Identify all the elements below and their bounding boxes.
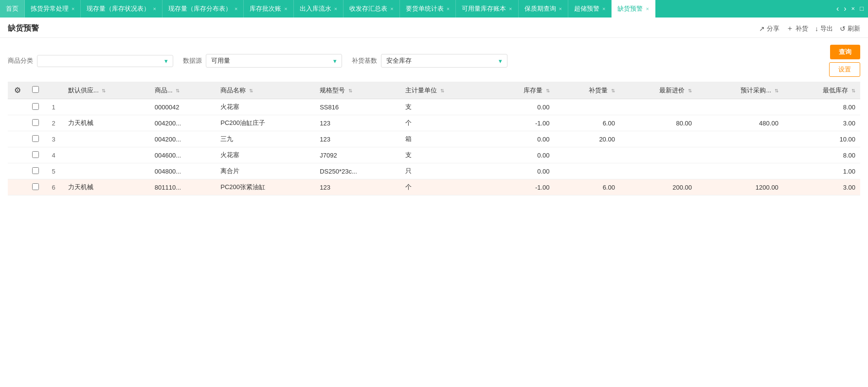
replenish-icon: ＋: [786, 24, 794, 33]
tab-close-9[interactable]: ×: [559, 6, 562, 12]
tab-label-1: 拣货异常处理: [31, 4, 69, 13]
row-unit-1: 个: [400, 115, 489, 131]
th-replenish-sort-icon: ⇅: [611, 88, 615, 93]
row-unit-5: 个: [400, 179, 489, 195]
category-select[interactable]: ▾: [37, 55, 173, 67]
row-min-stock-3: 8.00: [783, 147, 860, 163]
th-spec-label: 规格型号: [320, 87, 345, 94]
tab-item-1[interactable]: 拣货异常处理×: [25, 0, 81, 18]
replenish-dropdown-arrow: ▾: [499, 57, 502, 65]
row-latest-price-1: 80.00: [620, 115, 697, 131]
tab-close-1[interactable]: ×: [72, 6, 74, 12]
share-label: 分享: [767, 24, 779, 33]
data-table-wrap: ⚙ 默认供应... ⇅ 商品... ⇅ 商品名称: [0, 82, 868, 203]
row-est-purchase-1: 480.00: [697, 115, 783, 131]
tab-item-8[interactable]: 可用量库存账本×: [456, 0, 518, 18]
row-checkbox-1[interactable]: [32, 119, 39, 126]
tab-item-10[interactable]: 超储预警×: [568, 0, 612, 18]
th-replenish[interactable]: 补货量 ⇅: [555, 82, 620, 99]
tab-maximize[interactable]: □: [857, 0, 866, 18]
export-label: 导出: [820, 24, 833, 33]
row-name-3: 火花塞: [216, 147, 315, 163]
refresh-button[interactable]: ↺ 刷新: [840, 24, 860, 33]
tab-scroll-right[interactable]: ›: [841, 0, 849, 18]
replenish-button[interactable]: ＋ 补货: [786, 24, 808, 33]
row-checkbox-2[interactable]: [32, 135, 39, 142]
category-dropdown-arrow: ▾: [164, 57, 168, 65]
datasource-filter-group: 数据源 可用量 ▾: [183, 54, 342, 68]
tab-label-7: 要货单统计表: [406, 4, 444, 13]
th-min-stock[interactable]: 最低库存 ⇅: [783, 82, 860, 99]
row-code-4: 004800...: [150, 163, 216, 179]
tab-item-9[interactable]: 保质期查询×: [519, 0, 568, 18]
replenish-select[interactable]: 安全库存 ▾: [381, 54, 507, 68]
select-all-checkbox[interactable]: [32, 86, 39, 93]
th-spec[interactable]: 规格型号 ⇅: [315, 82, 400, 99]
th-unit[interactable]: 主计量单位 ⇅: [400, 82, 489, 99]
tab-close-5[interactable]: ×: [334, 6, 337, 12]
th-est-purchase-label: 预计采购...: [741, 87, 771, 94]
row-latest-price-0: [620, 99, 697, 115]
tab-item-0[interactable]: 首页: [0, 0, 25, 18]
row-code-2: 004200...: [150, 131, 216, 147]
row-supplier-1: 力天机械: [63, 115, 150, 131]
tab-item-2[interactable]: 现存量（库存状况表）×: [81, 0, 162, 18]
table-row: 5004800...离合片DS250*23c...只0.001.00: [8, 163, 860, 179]
table-row: 2力天机械004200...PC200油缸庄子123个-1.006.0080.0…: [8, 115, 860, 131]
tab-item-7[interactable]: 要货单统计表×: [400, 0, 456, 18]
tab-label-5: 出入库流水: [300, 4, 331, 13]
tab-label-10: 超储预警: [574, 4, 599, 13]
tab-label-11: 缺货预警: [617, 4, 643, 13]
th-unit-label: 主计量单位: [405, 87, 437, 94]
th-latest-price[interactable]: 最新进价 ⇅: [620, 82, 697, 99]
tab-close-2[interactable]: ×: [153, 6, 156, 12]
row-checkbox-cell-2: [27, 131, 44, 147]
row-est-purchase-5: 1200.00: [697, 179, 783, 195]
tab-close-8[interactable]: ×: [509, 6, 512, 12]
tab-nav-buttons: ‹ › × □: [832, 0, 868, 18]
th-code[interactable]: 商品... ⇅: [150, 82, 216, 99]
datasource-select[interactable]: 可用量 ▾: [206, 54, 342, 68]
tab-close-4[interactable]: ×: [284, 6, 287, 12]
tab-item-6[interactable]: 收发存汇总表×: [344, 0, 399, 18]
row-num-1: 2: [44, 115, 63, 131]
table-row: 6力天机械801110...PC200张紧油缸123个-1.006.00200.…: [8, 179, 860, 195]
tab-close-7[interactable]: ×: [447, 6, 450, 12]
row-checkbox-5[interactable]: [32, 183, 39, 190]
gear-icon[interactable]: ⚙: [14, 86, 21, 94]
refresh-label: 刷新: [848, 24, 860, 33]
row-checkbox-4[interactable]: [32, 167, 39, 174]
row-gear-2: [8, 131, 27, 147]
export-button[interactable]: ↓ 导出: [815, 24, 833, 33]
tab-close-3[interactable]: ×: [235, 6, 237, 12]
tab-item-4[interactable]: 库存批次账×: [244, 0, 293, 18]
row-supplier-2: [63, 131, 150, 147]
settings-button[interactable]: 设置: [829, 62, 860, 77]
tab-item-3[interactable]: 现存量（库存分布表）×: [163, 0, 244, 18]
th-name[interactable]: 商品名称 ⇅: [216, 82, 315, 99]
tab-close-6[interactable]: ×: [390, 6, 393, 12]
tab-close-all[interactable]: ×: [849, 0, 858, 18]
share-button[interactable]: ↗ 分享: [759, 24, 779, 33]
tab-close-10[interactable]: ×: [602, 6, 605, 12]
tab-label-6: 收发存汇总表: [349, 4, 387, 13]
row-replenish-4: [555, 163, 620, 179]
query-button[interactable]: 查询: [830, 45, 860, 59]
row-latest-price-3: [620, 147, 697, 163]
row-unit-3: 支: [400, 147, 489, 163]
row-checkbox-0[interactable]: [32, 103, 39, 110]
th-est-purchase[interactable]: 预计采购... ⇅: [697, 82, 783, 99]
th-gear: ⚙: [8, 82, 27, 99]
tab-scroll-left[interactable]: ‹: [834, 0, 841, 18]
row-num-3: 4: [44, 147, 63, 163]
tab-close-11[interactable]: ×: [646, 6, 649, 12]
replenish-label: 补货: [796, 24, 808, 33]
th-min-stock-label: 最低库存: [823, 87, 848, 94]
th-stock[interactable]: 库存量 ⇅: [489, 82, 554, 99]
row-replenish-3: [555, 147, 620, 163]
tab-item-5[interactable]: 出入库流水×: [294, 0, 344, 18]
row-gear-3: [8, 147, 27, 163]
th-supplier[interactable]: 默认供应... ⇅: [63, 82, 150, 99]
tab-item-11[interactable]: 缺货预警×: [612, 0, 655, 18]
row-checkbox-3[interactable]: [32, 151, 39, 158]
